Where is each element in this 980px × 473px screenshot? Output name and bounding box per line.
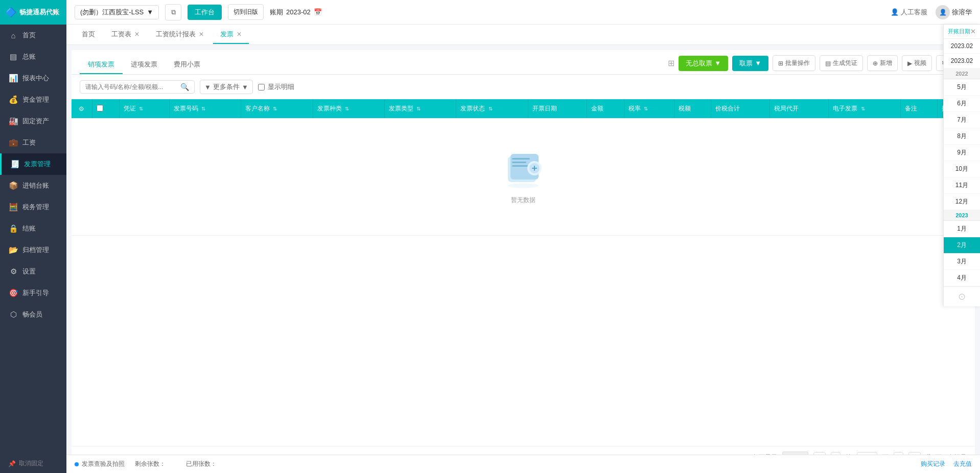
month-2023-3[interactable]: 3月	[944, 254, 980, 270]
service-icon: 👤	[891, 8, 899, 16]
sidebar-item-label: 进销台账	[22, 181, 49, 190]
col-e-invoice: 电子发票 ⇅	[829, 99, 900, 118]
sidebar-item-archive[interactable]: 📂 归档管理	[0, 239, 66, 261]
select-all-checkbox[interactable]	[97, 105, 103, 111]
avatar-icon: 👤	[939, 9, 947, 16]
tab-payroll-stats[interactable]: 工资统计报表 ✕	[149, 26, 211, 44]
batch-op-button[interactable]: ⊞ 批量操作	[773, 55, 815, 71]
tab-invoice-close[interactable]: ✕	[237, 31, 242, 38]
sidebar-item-sales[interactable]: 📦 进销台账	[0, 175, 66, 196]
table-header-row: ⚙ 凭证 ⇅ 发票号码 ⇅ 客户名称 ⇅ 发票种类 ⇅ 发票类型 ⇅ 发票状态 …	[72, 99, 975, 118]
empty-state: 暂无数据	[72, 118, 975, 235]
month-11[interactable]: 11月	[944, 177, 980, 194]
sidebar-item-reports[interactable]: 📊 报表中心	[0, 67, 66, 89]
month-9[interactable]: 9月	[944, 145, 980, 161]
company-icon-button[interactable]: ⧉	[165, 4, 181, 20]
sidebar: 🔷 畅捷通易代账 ⌂ 首页 ▤ 总账 📊 报表中心 💰 资金管理 🏭 固定资产 …	[0, 0, 66, 473]
open-period-label[interactable]: 开账日期	[948, 28, 970, 35]
search-icon[interactable]: 🔍	[180, 83, 189, 91]
sub-tab-sales-invoice[interactable]: 销项发票	[80, 56, 123, 74]
gen-voucher-button[interactable]: ▤ 生成凭证	[820, 55, 863, 71]
scroll-icon[interactable]: ⊙	[958, 291, 966, 302]
company-selector[interactable]: (勿删）江西股宝-LSS ▼	[75, 5, 159, 19]
header-right: 👤 人工客服 👤 徐溶华	[891, 5, 972, 19]
invoice-table: ⚙ 凭证 ⇅ 发票号码 ⇅ 客户名称 ⇅ 发票种类 ⇅ 发票类型 ⇅ 发票状态 …	[72, 99, 975, 236]
workbench-button[interactable]: 工作台	[188, 5, 222, 20]
unpin-button[interactable]: 📌 取消固定	[0, 454, 66, 473]
tab-stats-close[interactable]: ✕	[199, 31, 204, 38]
close-date-panel-button[interactable]: ✕	[970, 28, 976, 35]
no-ticket-button[interactable]: 无总取票 ▼	[679, 56, 728, 71]
month-5[interactable]: 5月	[944, 79, 980, 96]
archive-icon: 📂	[8, 245, 18, 255]
month-10[interactable]: 10月	[944, 161, 980, 177]
month-2023-1[interactable]: 1月	[944, 221, 980, 237]
new-button[interactable]: ⊕ 新增	[867, 55, 898, 71]
search-bar[interactable]: 🔍	[80, 80, 195, 94]
sidebar-item-home[interactable]: ⌂ 首页	[0, 25, 66, 46]
purchase-record-link[interactable]: 购买记录	[921, 460, 945, 468]
take-ticket-button[interactable]: 取票 ▼	[732, 56, 768, 71]
sub-tab-purchase-label: 进项发票	[131, 60, 157, 68]
month-2023-4[interactable]: 4月	[944, 270, 980, 286]
date-item-2023-02-first[interactable]: 2023.02	[944, 39, 980, 54]
video-icon: ▶	[907, 60, 912, 67]
chevron-down-icon: ▼	[755, 59, 761, 67]
sidebar-item-settings[interactable]: ⚙ 设置	[0, 261, 66, 282]
sidebar-item-funds[interactable]: 💰 资金管理	[0, 89, 66, 110]
month-12[interactable]: 12月	[944, 194, 980, 210]
avatar: 👤	[936, 5, 950, 19]
col-settings[interactable]: ⚙	[72, 99, 92, 118]
date-item-2023-02-second[interactable]: 2023.02	[944, 54, 980, 69]
tab-home[interactable]: 首页	[75, 26, 102, 44]
member-icon: ⬡	[8, 310, 18, 319]
tab-invoice-label: 发票	[220, 30, 234, 39]
col-checkbox[interactable]	[92, 99, 119, 118]
sub-tab-expense-receipt[interactable]: 费用小票	[166, 56, 208, 74]
user-menu[interactable]: 👤 徐溶华	[936, 5, 972, 19]
ledger-icon: ▤	[8, 52, 18, 61]
tab-bar: 首页 工资表 ✕ 工资统计报表 ✕ 发票 ✕	[66, 25, 980, 45]
tab-invoice[interactable]: 发票 ✕	[213, 26, 249, 44]
content-area: 销项发票 进项发票 费用小票 ⊞ 无总取票 ▼ 取票 ▼ ⊞	[72, 50, 975, 468]
check-dot	[75, 462, 79, 466]
recharge-link[interactable]: 去充值	[953, 460, 972, 468]
sidebar-item-label: 新手引导	[22, 288, 49, 298]
show-detail-checkbox[interactable]: 显示明细	[258, 82, 294, 92]
gen-icon: ▤	[825, 60, 831, 67]
customer-service[interactable]: 👤 人工客服	[891, 8, 927, 17]
sidebar-item-member[interactable]: ⬡ 畅会员	[0, 304, 66, 325]
tab-payroll-close[interactable]: ✕	[134, 31, 139, 38]
tab-payroll-table[interactable]: 工资表 ✕	[104, 26, 147, 44]
video-button[interactable]: ▶ 视频	[902, 55, 932, 71]
detail-checkbox-input[interactable]	[258, 84, 265, 91]
sales-icon: 📦	[8, 181, 18, 190]
sidebar-item-ledger[interactable]: ▤ 总账	[0, 46, 66, 67]
old-version-button[interactable]: 切到旧版	[228, 4, 264, 20]
sidebar-item-invoice[interactable]: 🧾 发票管理	[0, 153, 66, 175]
assets-icon: 🏭	[8, 117, 18, 126]
chevron-down-icon: ▼	[147, 8, 153, 16]
new-label: 新增	[880, 59, 892, 67]
month-8[interactable]: 8月	[944, 128, 980, 145]
sidebar-item-closing[interactable]: 🔒 结账	[0, 218, 66, 239]
grid-layout-icon[interactable]: ⊞	[668, 58, 674, 68]
user-name: 徐溶华	[952, 8, 972, 17]
month-6[interactable]: 6月	[944, 96, 980, 112]
month-2023-2[interactable]: 2月	[944, 237, 980, 254]
empty-text: 暂无数据	[511, 196, 535, 205]
sort-icon: ⇅	[861, 106, 865, 111]
search-input[interactable]	[85, 83, 177, 91]
sidebar-item-guide[interactable]: 🎯 新手引导	[0, 282, 66, 304]
table-body: 暂无数据	[72, 118, 975, 236]
calendar-icon: 📅	[314, 8, 322, 16]
home-icon: ⌂	[8, 31, 18, 40]
month-7[interactable]: 7月	[944, 112, 980, 128]
sub-tab-purchase-invoice[interactable]: 进项发票	[123, 56, 166, 74]
col-tax-code: 税局代开	[770, 99, 829, 118]
year-2023: 2023	[944, 210, 980, 221]
sidebar-item-payroll[interactable]: 💼 工资	[0, 132, 66, 153]
more-filter-button[interactable]: ▼ 更多条件 ▼	[200, 80, 253, 94]
sidebar-item-assets[interactable]: 🏭 固定资产	[0, 110, 66, 132]
sidebar-item-tax[interactable]: 🧮 税务管理	[0, 196, 66, 218]
